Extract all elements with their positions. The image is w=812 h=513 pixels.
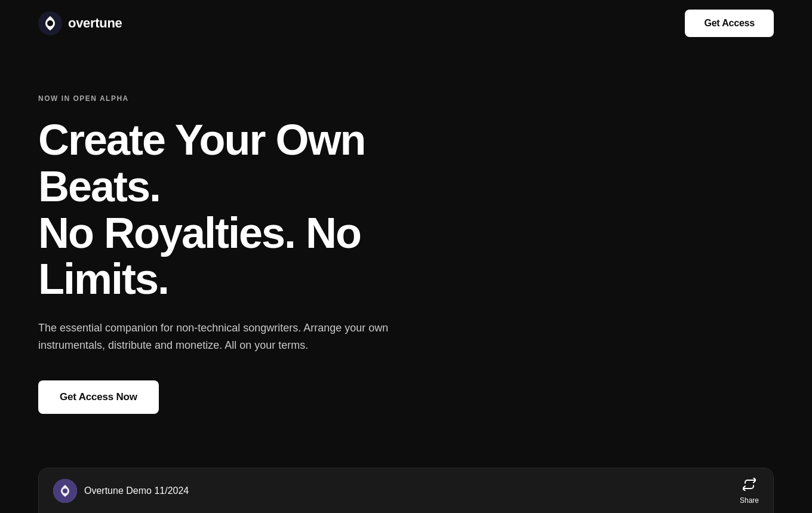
demo-avatar xyxy=(53,479,77,503)
hero-subtext: The essential companion for non-technica… xyxy=(38,320,408,354)
share-label: Share xyxy=(740,496,759,505)
overtune-logo-icon xyxy=(38,11,62,35)
share-button[interactable]: Share xyxy=(740,478,759,505)
demo-avatar-icon xyxy=(53,479,77,503)
svg-point-1 xyxy=(47,20,53,26)
demo-header: Overtune Demo 11/2024 Share xyxy=(39,468,773,513)
demo-header-left: Overtune Demo 11/2024 xyxy=(53,479,189,503)
brand-name: overtune xyxy=(68,16,122,31)
svg-point-3 xyxy=(63,489,67,493)
demo-title: Overtune Demo 11/2024 xyxy=(84,486,189,496)
hero-headline: Create Your Own Beats. No Royalties. No … xyxy=(38,117,475,303)
navbar: overtune Get Access xyxy=(0,0,812,47)
demo-section: Overtune Demo 11/2024 Share xyxy=(38,468,774,513)
headline-line1: Create Your Own Beats. xyxy=(38,116,365,210)
logo[interactable]: overtune xyxy=(38,11,122,35)
hero-section: NOW IN OPEN ALPHA Create Your Own Beats.… xyxy=(0,47,513,450)
share-icon xyxy=(743,478,756,494)
headline-line2: No Royalties. No Limits. xyxy=(38,209,361,303)
alpha-badge: NOW IN OPEN ALPHA xyxy=(38,94,475,103)
hero-cta-button[interactable]: Get Access Now xyxy=(38,380,159,414)
nav-get-access-button[interactable]: Get Access xyxy=(685,10,774,37)
